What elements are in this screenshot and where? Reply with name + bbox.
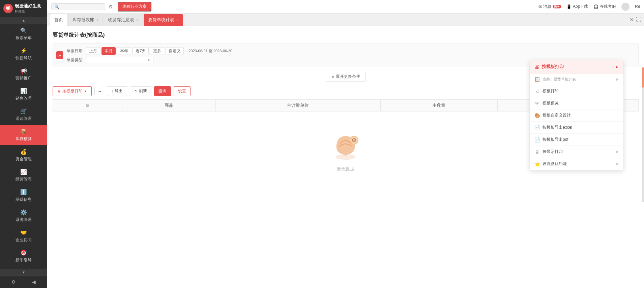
guide-icon: 🎯	[20, 250, 27, 256]
finance-icon: 💰	[20, 149, 27, 155]
topbar-search-input[interactable]	[61, 4, 102, 9]
dropdown-item-label: 模板自定义设计	[543, 113, 571, 118]
refresh-btn[interactable]: ↻ 刷新	[130, 86, 151, 96]
operation-icon: 📈	[20, 169, 27, 175]
date-filter-label: 单据日期	[66, 48, 83, 54]
tab-inventory-batch[interactable]: 库存批次账 ×	[68, 14, 103, 26]
user-avatar[interactable]	[621, 3, 630, 11]
sidebar-item-system[interactable]: ⚙️ 系统管理	[0, 206, 47, 226]
username-label: Rit	[635, 4, 640, 9]
dropdown-item-export-excel[interactable]: 📄 按模板导出excel	[530, 122, 623, 134]
sidebar-settings-btn[interactable]: ⚙	[11, 279, 16, 285]
sidebar-item-label: 企业协同	[16, 237, 32, 243]
dropdown-item-template-preview[interactable]: 👁 模板预览	[530, 97, 623, 109]
set-default-icon: ⭐	[534, 161, 540, 167]
dropdown-item-template-design[interactable]: 🎨 模板自定义设计	[530, 109, 623, 122]
display-print-chevron: ▶	[616, 150, 619, 154]
dropdown-chevron-up-icon[interactable]: ▲	[615, 64, 619, 69]
headset-icon: 🎧	[593, 4, 598, 9]
sidebar-item-collab[interactable]: 🤝 企业协同	[0, 226, 47, 246]
date-btn-7days[interactable]: 近7天	[133, 47, 149, 55]
sidebar-item-basic[interactable]: ℹ️ 基础信息	[0, 186, 47, 206]
app-logo-icon: 畅	[3, 4, 13, 13]
bill-type-select[interactable]: ▼	[86, 57, 153, 63]
tab-inventory-batch-close[interactable]: ×	[96, 18, 98, 22]
topbar-customer-service-btn[interactable]: 🎧 在线客服	[593, 4, 616, 9]
dropdown-section-label: 设置默认功能	[543, 161, 567, 167]
dropdown-item-left: 📄 按模板导出pdf	[534, 137, 568, 142]
sidebar-item-guide[interactable]: 🎯 新手引导	[0, 246, 47, 266]
tab-expand-btn[interactable]: ⛶	[636, 17, 641, 23]
tab-receivable-summary[interactable]: 收发存汇总表 ×	[104, 14, 143, 26]
sidebar-item-label: 采购管理	[16, 116, 32, 122]
sidebar-item-label: 基础信息	[16, 197, 32, 202]
topbar-gear-icon[interactable]: ⚙	[109, 4, 113, 9]
dropdown-section-left: ⭐ 设置默认功能	[534, 161, 567, 167]
date-btn-this-year[interactable]: 本年	[117, 47, 131, 55]
tab-home[interactable]: 首页	[50, 14, 67, 26]
date-buttons: 上月 本月 本年 近7天 更多 自定义	[86, 47, 184, 55]
table-settings-icon[interactable]: ⚙	[85, 103, 90, 108]
date-btn-custom[interactable]: 自定义	[166, 47, 184, 55]
tab-receivable-summary-close[interactable]: ×	[136, 18, 138, 22]
date-btn-more[interactable]: 更多	[150, 47, 164, 55]
expand-more-btn[interactable]: ∨ 展开更多条件	[326, 72, 366, 82]
messages-label: 消息	[543, 4, 551, 9]
sidebar-sound-btn[interactable]: ◀	[32, 279, 36, 285]
sidebar-item-purchase[interactable]: 🛒 采购管理	[0, 105, 47, 125]
sidebar-item-marketing[interactable]: 📢 营销推广	[0, 64, 47, 85]
sidebar-bottom: ⚙ ◀	[0, 276, 47, 288]
dropdown-item-label: 模板打印	[543, 88, 559, 94]
template-print-btn[interactable]: 🖨 按模板打印 ▲	[53, 86, 92, 96]
dropdown-item-export-pdf[interactable]: 📄 按模板导出pdf	[530, 134, 623, 146]
tab-order-stats-close[interactable]: ×	[176, 18, 178, 22]
topbar-app-download-btn[interactable]: 📱 App下载	[566, 4, 588, 9]
dropdown-item-left: 👁 模板预览	[534, 100, 559, 106]
sidebar-item-operation[interactable]: 📈 经营管理	[0, 165, 47, 186]
sidebar-item-label: 营销推广	[16, 75, 32, 81]
message-icon: ✉	[538, 4, 542, 9]
sidebar-item-apps[interactable]: 📱 应用中心	[0, 266, 47, 269]
export-btn[interactable]: ↑ 导出	[107, 86, 127, 96]
template-print-chevron: ▲	[84, 89, 87, 93]
dropdown-current-template[interactable]: 📋 当前：要货单统计表 ▶	[530, 73, 623, 85]
scroll-thumb[interactable]	[642, 67, 644, 88]
sidebar-item-quicknav[interactable]: ⚡ 快捷导航	[0, 44, 47, 64]
scroll-indicator	[642, 67, 644, 202]
more-options-btn[interactable]: ···	[94, 87, 104, 95]
sidebar-item-search[interactable]: 🔍 搜索菜单	[0, 24, 47, 44]
settings-btn[interactable]: 设置	[174, 86, 191, 96]
sidebar-item-inventory[interactable]: 📦 库存核算	[0, 125, 47, 145]
sidebar-item-label: 经营管理	[16, 177, 32, 182]
experience-btn[interactable]: 体验行业方案	[118, 2, 151, 11]
sidebar-logo: 畅 畅捷通好生意 标准版	[0, 0, 47, 17]
tabbar-right-buttons: ✕ ⛶	[630, 17, 641, 23]
page-content: 要货单统计表(按商品) » 单据日期 上月 本月 本年 近7天 更多 自定义 2…	[47, 26, 644, 288]
sidebar-scroll-up[interactable]: ▲	[0, 17, 47, 24]
sidebar-item-sales[interactable]: 📊 销售管理	[0, 85, 47, 105]
download-icon: 📱	[566, 4, 572, 9]
customer-service-label: 在线客服	[600, 4, 616, 9]
topbar-search-box[interactable]: 🔍	[51, 3, 105, 10]
inventory-icon: 📦	[20, 128, 27, 135]
topbar-right: ✉ 消息 99+ 📱 App下载 🎧 在线客服 Rit	[538, 3, 640, 11]
pdf-icon: 📄	[534, 137, 540, 142]
date-btn-this-month[interactable]: 本月	[101, 47, 116, 55]
app-name: 畅捷通好生意	[15, 3, 41, 9]
dropdown-section-set-default[interactable]: ⭐ 设置默认功能 ▶	[530, 158, 623, 170]
table-col-quantity: 主数量	[380, 100, 497, 111]
tab-close-all-btn[interactable]: ✕	[630, 17, 634, 23]
sidebar-scroll-down[interactable]: ▼	[0, 269, 47, 276]
filter-expand-btn[interactable]: »	[56, 51, 63, 59]
expand-more-label: 展开更多条件	[336, 74, 360, 79]
sidebar-item-finance[interactable]: 💰 资金管理	[0, 145, 47, 165]
quicknav-icon: ⚡	[20, 47, 27, 54]
topbar-messages-btn[interactable]: ✉ 消息 99+	[538, 4, 561, 9]
empty-state-icon	[330, 132, 361, 162]
collab-icon: 🤝	[20, 229, 27, 236]
tab-order-stats[interactable]: 要货单统计表 ×	[144, 14, 183, 26]
dropdown-section-display-print[interactable]: 🖥 按显示打印 ▶	[530, 146, 623, 158]
date-btn-last-month[interactable]: 上月	[86, 47, 100, 55]
dropdown-item-template-print[interactable]: 🖨 模板打印	[530, 85, 623, 97]
query-btn[interactable]: 查询	[154, 86, 171, 96]
